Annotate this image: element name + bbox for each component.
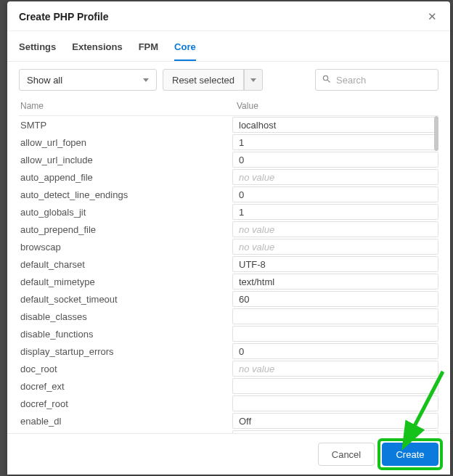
table-row: auto_detect_line_endings0 <box>19 186 438 203</box>
table-row: default_socket_timeout60 <box>19 290 438 308</box>
setting-name: default_charset <box>19 259 232 270</box>
setting-name: SMTP <box>19 120 232 131</box>
table-row: docref_ext <box>19 377 438 395</box>
tab-extensions[interactable]: Extensions <box>72 38 122 61</box>
setting-name: default_socket_timeout <box>19 294 232 305</box>
table-row: default_charsetUTF-8 <box>19 255 438 273</box>
filter-select-label: Show all <box>27 75 62 86</box>
toolbar: Show all Reset selected <box>7 62 450 97</box>
table-row: disable_classes <box>19 308 438 325</box>
setting-value-input[interactable]: no value <box>232 361 438 377</box>
setting-name: docref_ext <box>19 381 232 392</box>
settings-table: Name Value SMTPlocalhostallow_url_fopen1… <box>7 97 450 433</box>
cancel-button[interactable]: Cancel <box>318 443 375 466</box>
setting-value-input[interactable] <box>232 378 438 394</box>
setting-name: docref_root <box>19 398 232 409</box>
setting-value-input[interactable]: no value <box>232 169 438 185</box>
table-row: SMTPlocalhost <box>19 116 438 134</box>
close-icon: ✕ <box>428 10 437 22</box>
setting-name: doc_root <box>19 364 232 374</box>
table-header: Name Value <box>19 97 438 116</box>
table-row: auto_globals_jit1 <box>19 203 438 221</box>
table-row: default_mimetypetext/html <box>19 273 438 290</box>
table-row: enable_dlOff <box>19 412 438 430</box>
setting-value-input[interactable]: no value <box>232 239 438 255</box>
setting-name: auto_append_file <box>19 172 232 183</box>
setting-value-input[interactable] <box>232 308 438 324</box>
setting-value-input[interactable]: 0 <box>232 152 438 168</box>
tab-bar: Settings Extensions FPM Core <box>7 31 450 62</box>
search-icon <box>322 74 336 86</box>
setting-name: auto_globals_jit <box>19 207 232 218</box>
table-row: disable_functions <box>19 325 438 342</box>
tab-fpm[interactable]: FPM <box>139 38 158 61</box>
reset-selected-button[interactable]: Reset selected <box>163 69 244 91</box>
create-php-profile-dialog: Create PHP Profile ✕ Settings Extensions… <box>7 1 450 475</box>
search-field[interactable] <box>315 69 438 91</box>
dialog-footer: Cancel Create <box>7 433 450 475</box>
table-row: auto_prepend_fileno value <box>19 221 438 238</box>
setting-name: display_startup_errors <box>19 346 232 357</box>
table-row: allow_url_include0 <box>19 151 438 168</box>
setting-value-input[interactable]: 0 <box>232 186 438 202</box>
setting-value-input[interactable]: 0 <box>232 343 438 359</box>
search-input[interactable] <box>336 75 432 86</box>
reset-selected-dropdown[interactable] <box>244 69 263 91</box>
setting-name: disable_functions <box>19 329 232 340</box>
setting-value-input[interactable]: 60 <box>232 291 438 307</box>
table-row: docref_root <box>19 395 438 412</box>
setting-name: auto_detect_line_endings <box>19 189 232 200</box>
table-row: display_startup_errors0 <box>19 342 438 360</box>
column-name: Name <box>19 101 232 111</box>
setting-value-input[interactable]: Off <box>232 413 438 429</box>
table-row: browscapno value <box>19 238 438 255</box>
table-body[interactable]: SMTPlocalhostallow_url_fopen1allow_url_i… <box>19 116 438 433</box>
setting-name: default_mimetype <box>19 276 232 287</box>
table-row: allow_url_fopen1 <box>19 134 438 151</box>
filter-select[interactable]: Show all <box>19 69 157 91</box>
tab-settings[interactable]: Settings <box>19 38 56 61</box>
chevron-down-icon <box>143 78 149 82</box>
dialog-titlebar: Create PHP Profile ✕ <box>7 1 450 31</box>
setting-name: allow_url_fopen <box>19 137 232 148</box>
setting-value-input[interactable]: 1 <box>232 134 438 150</box>
close-button[interactable]: ✕ <box>425 10 438 23</box>
setting-name: enable_dl <box>19 416 232 427</box>
setting-value-input[interactable]: localhost <box>232 117 438 133</box>
setting-value-input[interactable]: UTF-8 <box>232 256 438 272</box>
setting-name: browscap <box>19 242 232 253</box>
setting-value-input[interactable]: 1 <box>232 204 438 220</box>
table-row: doc_rootno value <box>19 360 438 377</box>
scrollbar-thumb[interactable] <box>434 116 438 151</box>
column-value: Value <box>232 101 438 111</box>
setting-value-input[interactable] <box>232 395 438 411</box>
setting-value-input[interactable] <box>232 326 438 342</box>
setting-name: auto_prepend_file <box>19 224 232 235</box>
tab-core[interactable]: Core <box>174 38 196 61</box>
setting-value-input[interactable]: text/html <box>232 274 438 290</box>
create-button[interactable]: Create <box>382 443 438 466</box>
dialog-title: Create PHP Profile <box>19 11 108 22</box>
chevron-down-icon <box>250 78 256 82</box>
setting-name: allow_url_include <box>19 155 232 165</box>
setting-value-input[interactable]: no value <box>232 221 438 237</box>
table-row: auto_append_fileno value <box>19 168 438 186</box>
setting-name: disable_classes <box>19 311 232 322</box>
